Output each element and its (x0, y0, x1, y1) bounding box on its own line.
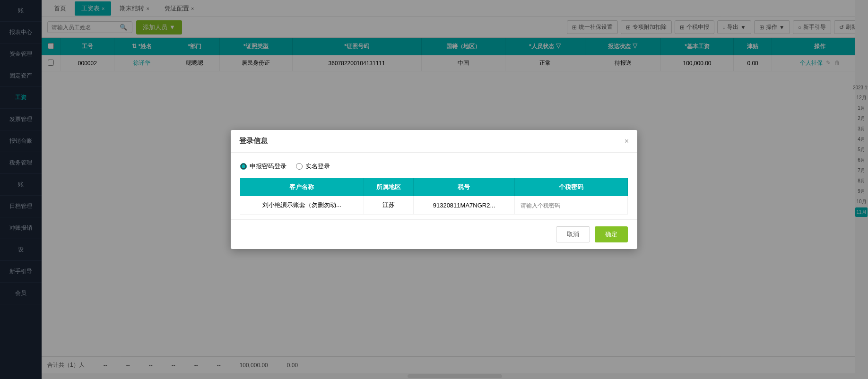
radio-password-input[interactable] (240, 163, 247, 170)
modal-overlay: 登录信息 × 申报密码登录 实名登录 客户名称 所属地区 (0, 0, 868, 379)
dialog-password-input[interactable] (521, 202, 622, 209)
cancel-button[interactable]: 取消 (556, 226, 590, 242)
dialog-customer-name: 刘小艳演示账套（勿删勿动... (240, 196, 364, 215)
dialog-table: 客户名称 所属地区 税号 个税密码 刘小艳演示账套（勿删勿动... 江苏 913… (240, 178, 628, 215)
radio-realname-login[interactable]: 实名登录 (296, 162, 330, 171)
dialog-footer: 取消 确定 (231, 219, 637, 249)
dialog-col-password: 个税密码 (514, 178, 627, 196)
dialog-region: 江苏 (364, 196, 413, 215)
radio-realname-input[interactable] (296, 163, 303, 170)
radio-password-login[interactable]: 申报密码登录 (240, 162, 286, 171)
dialog-password-cell[interactable] (514, 196, 627, 215)
dialog-header: 登录信息 × (231, 130, 637, 153)
dialog-col-customer: 客户名称 (240, 178, 364, 196)
dialog-title: 登录信息 (239, 137, 268, 146)
dialog-col-tax-number: 税号 (414, 178, 515, 196)
dialog-tax-number: 91320811MA7NGR2... (414, 196, 515, 215)
login-dialog: 登录信息 × 申报密码登录 实名登录 客户名称 所属地区 (231, 130, 637, 249)
dialog-body: 申报密码登录 实名登录 客户名称 所属地区 税号 个税密码 (231, 153, 637, 219)
confirm-button[interactable]: 确定 (595, 226, 628, 242)
dialog-col-region: 所属地区 (364, 178, 413, 196)
dialog-close-button[interactable]: × (625, 137, 629, 146)
login-type-group: 申报密码登录 实名登录 (240, 162, 628, 171)
dialog-table-row: 刘小艳演示账套（勿删勿动... 江苏 91320811MA7NGR2... (240, 196, 628, 215)
